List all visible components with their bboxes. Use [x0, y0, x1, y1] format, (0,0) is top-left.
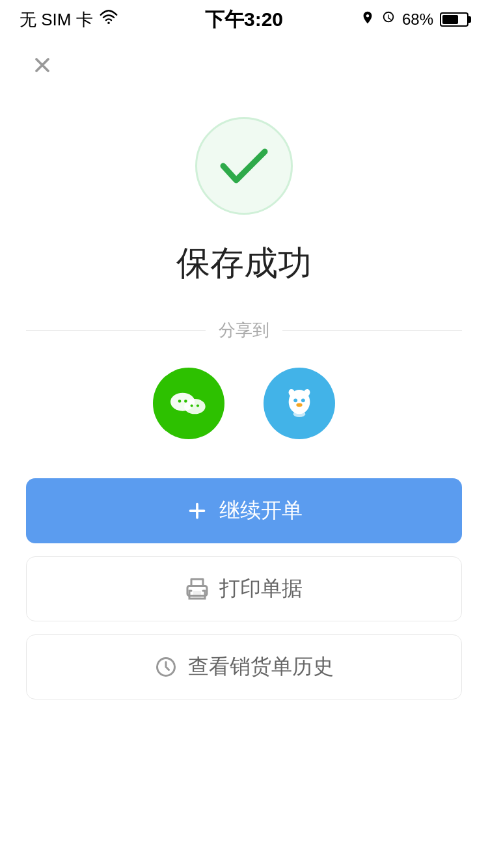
print-label: 打印单据 — [219, 575, 303, 603]
divider-left — [26, 330, 206, 331]
status-time: 下午3:20 — [205, 7, 283, 33]
qq-icon — [277, 381, 322, 426]
svg-point-11 — [296, 403, 302, 407]
share-icons-row — [153, 368, 335, 439]
qq-share-button[interactable] — [264, 368, 335, 439]
location-icon — [360, 10, 375, 29]
continue-button[interactable]: 继续开单 — [26, 478, 462, 543]
checkmark-icon — [218, 146, 270, 185]
plus-icon — [185, 499, 209, 522]
svg-point-8 — [293, 411, 306, 417]
svg-point-3 — [178, 400, 182, 403]
success-icon-circle — [195, 117, 293, 215]
wifi-icon — [100, 8, 118, 31]
divider-right — [282, 330, 462, 331]
svg-point-2 — [184, 399, 206, 414]
main-content: 保存成功 分享到 — [0, 91, 488, 699]
svg-point-6 — [197, 404, 199, 407]
divider-row: 分享到 — [26, 319, 462, 342]
close-icon — [31, 53, 54, 77]
history-label: 查看销货单历史 — [188, 653, 334, 681]
carrier-text: 无 SIM 卡 — [20, 8, 93, 31]
wechat-icon — [166, 381, 211, 426]
battery-icon — [440, 12, 468, 27]
actions-section: 继续开单 打印单据 查看销货单历史 — [26, 478, 462, 699]
svg-point-5 — [191, 404, 193, 407]
svg-point-10 — [301, 398, 305, 402]
history-button[interactable]: 查看销货单历史 — [26, 634, 462, 699]
svg-point-4 — [184, 400, 187, 403]
svg-point-9 — [293, 398, 297, 402]
continue-label: 继续开单 — [219, 496, 303, 525]
share-label: 分享到 — [219, 319, 269, 342]
svg-rect-15 — [193, 591, 201, 598]
alarm-icon — [381, 10, 396, 29]
print-button[interactable]: 打印单据 — [26, 556, 462, 621]
wechat-share-button[interactable] — [153, 368, 224, 439]
printer-icon — [185, 577, 209, 601]
close-button[interactable] — [26, 49, 59, 81]
success-title: 保存成功 — [176, 241, 312, 286]
battery-percentage: 68% — [402, 10, 433, 29]
history-icon — [154, 655, 178, 679]
svg-point-0 — [107, 21, 110, 24]
nav-bar — [0, 39, 488, 91]
status-right: 68% — [360, 10, 468, 29]
share-section: 分享到 — [26, 319, 462, 439]
status-left: 无 SIM 卡 — [20, 8, 118, 31]
battery-fill — [442, 15, 458, 24]
status-bar: 无 SIM 卡 下午3:20 68% — [0, 0, 488, 39]
